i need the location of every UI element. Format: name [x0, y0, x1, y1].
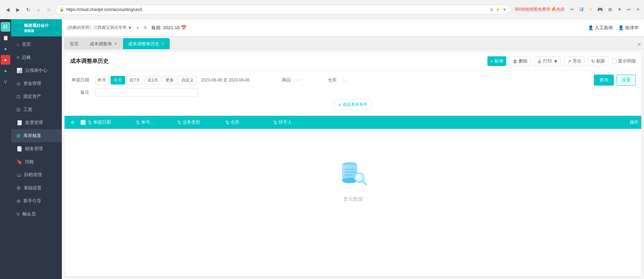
- guide-icon: ⊕: [16, 198, 21, 204]
- user-menu[interactable]: 👤 徐泽华: [618, 25, 639, 31]
- sidebar-item-member[interactable]: V 畅会员: [11, 208, 62, 221]
- settings-icon: ⚙: [16, 185, 21, 191]
- remark-input[interactable]: [95, 88, 198, 97]
- translate-tool[interactable]: 译: [578, 6, 585, 13]
- tab-home-label: 首页: [70, 41, 79, 47]
- sidebar-label-ledger: 总账: [22, 54, 31, 60]
- date-filter-label: 单据日期: [70, 77, 89, 83]
- date-custom[interactable]: 自定义: [178, 76, 197, 85]
- product-dots[interactable]: ···: [296, 77, 301, 83]
- product-filter-label: 商品: [272, 77, 291, 83]
- date-last-month[interactable]: 近1月: [145, 76, 161, 85]
- settings-button[interactable]: 设置: [617, 75, 636, 86]
- user-name: 徐泽华: [625, 25, 639, 31]
- remark-filter-label: 备注: [70, 89, 89, 96]
- sidebar-item-settings[interactable]: ⚙ 基础设置: [11, 181, 62, 194]
- th-warehouse[interactable]: ⇅ 仓库: [225, 119, 273, 125]
- sidebar-item-invoice[interactable]: 🧾 发票管理: [11, 116, 62, 129]
- sidebar-item-inventory[interactable]: ⊞ 库存核算: [11, 129, 62, 142]
- filter-row-date: 单据日期 昨天 今天 近7天 近1月 更多 自定义 2023-06-06 至 2…: [70, 75, 636, 86]
- sidebar-logo: 畅捷通好会计 旗舰版: [11, 19, 62, 36]
- period-value: 2021-10: [163, 25, 180, 30]
- tab-cost-adjust-label: 成本调整单: [90, 41, 112, 47]
- grid-tool[interactable]: ⊞: [607, 6, 613, 13]
- delete-icon: 🗑: [513, 59, 517, 64]
- sidebar-item-tax[interactable]: 📑 税务管理: [11, 142, 62, 155]
- main-content: (勿删勿禁用）江西服宝测试专用 ▼ + ⚙ 账期 2021-10 📅 👤 人工咨…: [62, 19, 644, 279]
- print-button[interactable]: 🖨 打印 ▼: [534, 56, 561, 66]
- display-toggle-checkbox[interactable]: [612, 59, 617, 64]
- query-button[interactable]: 查询: [594, 75, 614, 86]
- period-selector[interactable]: 账期 2021-10 📅: [151, 25, 187, 31]
- th-handler[interactable]: ⇅ 经手人: [273, 119, 321, 125]
- sidebar-item-settle[interactable]: 🔖 结账: [11, 155, 62, 168]
- add-button[interactable]: + 新增: [487, 56, 507, 66]
- sidebar-label-reports: 云报表中心: [25, 67, 47, 74]
- sidebar-item-ledger[interactable]: ≡ 总账: [11, 51, 62, 64]
- export-button[interactable]: ↗ 导出: [564, 56, 585, 66]
- tab-cost-adjust-history-close[interactable]: ✕: [161, 42, 165, 46]
- tab-cost-adjust-close[interactable]: ✕: [114, 42, 117, 46]
- svg-line-8: [363, 181, 366, 185]
- refresh-label: 刷新: [596, 58, 605, 64]
- address-bar[interactable]: 🔒 https://cloud.chanjet.com/accounting/u…: [56, 5, 510, 14]
- th-actions-label: 操作: [630, 119, 639, 125]
- refresh-button[interactable]: ↻: [24, 5, 32, 14]
- tab-cost-adjust[interactable]: 成本调整单 ✕: [84, 38, 122, 49]
- tab-cost-adjust-history[interactable]: 成本调整单历史 ✕: [123, 38, 170, 49]
- company-chevron: ▼: [128, 25, 132, 30]
- menu-tool[interactable]: ≡: [635, 6, 641, 13]
- member-icon: V: [16, 211, 20, 217]
- refresh-button[interactable]: ↻ 刷新: [588, 56, 608, 66]
- tab-home[interactable]: 首页: [65, 38, 84, 49]
- scissors-tool[interactable]: ✂: [569, 6, 575, 13]
- sun-tool[interactable]: ☀: [616, 6, 623, 13]
- date-more[interactable]: 更多: [162, 76, 177, 85]
- archive-icon: 🗂: [16, 172, 21, 178]
- sidebar-item-payroll[interactable]: ⊟ 工资: [11, 103, 62, 116]
- strip-icon-4[interactable]: ●: [1, 66, 10, 76]
- th-date[interactable]: ⇅ 单据日期: [88, 119, 136, 125]
- sidebar-item-funds[interactable]: ◎ 资金管理: [11, 77, 62, 90]
- add-icon[interactable]: +: [136, 25, 139, 31]
- service-btn[interactable]: 👤 人工咨询: [588, 25, 613, 31]
- select-all-checkbox[interactable]: [81, 120, 86, 125]
- date-last7[interactable]: 近7天: [126, 76, 143, 85]
- delete-button[interactable]: 🗑 删除: [510, 56, 531, 66]
- display-toggle[interactable]: 显示明细: [612, 58, 636, 64]
- strip-icon-3[interactable]: ●: [1, 55, 10, 65]
- sidebar-item-archive[interactable]: 🗂 归档管理: [11, 168, 62, 181]
- th-number[interactable]: ⇅ 单号...: [136, 119, 177, 125]
- strip-icon-5[interactable]: V: [1, 77, 10, 87]
- game-tool[interactable]: 🎮: [596, 6, 604, 13]
- sidebar-item-fixed-assets[interactable]: ⊡ 固定资产: [11, 90, 62, 103]
- back-button[interactable]: ◀: [3, 5, 12, 14]
- strip-icon-1[interactable]: 📋: [1, 33, 10, 43]
- undo-tool[interactable]: ↩: [626, 6, 632, 13]
- sidebar-item-home[interactable]: ⌂ 首页: [11, 38, 62, 51]
- forward-button[interactable]: ▶: [14, 5, 22, 14]
- home-button[interactable]: ⌂: [34, 5, 43, 14]
- th-business-type[interactable]: ⇅ 业务类型: [177, 119, 225, 125]
- inventory-icon: ⊞: [16, 133, 21, 138]
- date-yesterday[interactable]: 昨天: [95, 76, 109, 85]
- coin-tool[interactable]: ¥: [588, 6, 593, 13]
- empty-illustration: [336, 156, 370, 191]
- sidebar-label-tax: 税务管理: [25, 146, 43, 152]
- sidebar-item-reports[interactable]: 📊 云报表中心: [11, 64, 62, 77]
- sidebar-label-invoice: 发票管理: [25, 120, 43, 126]
- browser-tools: 360智能抠图免费用 🔥热搜 ✂ 译 ¥ 🎮 ⊞ ☀ ↩ ≡: [513, 6, 641, 13]
- date-today[interactable]: 今天: [111, 76, 125, 85]
- close-all-icon[interactable]: ✕: [637, 41, 641, 49]
- collapse-button[interactable]: ∧ 收起更多条件: [334, 99, 372, 110]
- star-button[interactable]: ☆: [45, 5, 53, 14]
- settings-gear-icon[interactable]: ⚙: [143, 25, 147, 30]
- table-select-all[interactable]: [78, 120, 88, 125]
- warehouse-dots[interactable]: ···: [342, 77, 347, 83]
- sidebar-item-guide[interactable]: ⊕ 新手引导: [11, 194, 62, 208]
- sidebar-label-funds: 资金管理: [23, 80, 41, 87]
- strip-icon-2[interactable]: ●: [1, 44, 10, 54]
- company-selector[interactable]: (勿删勿禁用）江西服宝测试专用 ▼: [67, 25, 132, 31]
- table-gear-icon[interactable]: ⚙: [67, 120, 78, 125]
- sidebar-label-archive: 归档管理: [24, 172, 42, 178]
